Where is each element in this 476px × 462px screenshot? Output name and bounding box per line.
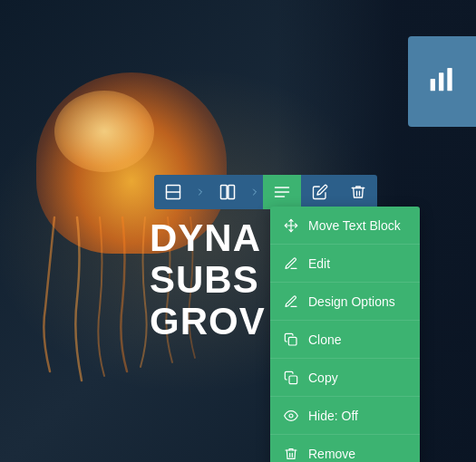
layout2-button[interactable] xyxy=(209,175,247,209)
menu-item-design-label: Design Options xyxy=(308,294,395,309)
arrow1-button[interactable] xyxy=(192,175,209,209)
edit-icon xyxy=(283,255,299,272)
remove-icon xyxy=(283,446,299,462)
svg-rect-1 xyxy=(439,72,443,91)
menu-item-hide-label: Hide: Off xyxy=(308,409,358,423)
svg-rect-6 xyxy=(228,186,235,199)
menu-item-clone[interactable]: Clone xyxy=(270,321,420,359)
svg-rect-12 xyxy=(288,337,296,345)
text-block-button[interactable] xyxy=(263,175,301,209)
toolbar xyxy=(154,175,377,209)
menu-item-copy-label: Copy xyxy=(308,371,338,385)
clone-icon xyxy=(283,332,299,348)
layout1-button[interactable] xyxy=(154,175,192,209)
menu-item-edit[interactable]: Edit xyxy=(270,245,420,283)
menu-item-remove-label: Remove xyxy=(308,447,355,461)
svg-point-14 xyxy=(289,414,293,418)
menu-item-clone-label: Clone xyxy=(308,332,342,347)
hero-line-1: DYNA xyxy=(150,217,266,259)
delete-button[interactable] xyxy=(339,175,377,209)
arrow2-button[interactable] xyxy=(247,175,263,209)
svg-rect-13 xyxy=(289,376,297,384)
menu-item-edit-label: Edit xyxy=(308,256,330,271)
hero-line-3: GROV xyxy=(150,301,266,342)
design-icon xyxy=(283,294,299,310)
svg-rect-2 xyxy=(447,68,452,91)
menu-item-copy[interactable]: Copy xyxy=(270,359,420,397)
eye-icon xyxy=(283,408,299,424)
bar-chart-icon xyxy=(428,64,457,100)
hero-text: DYNA SUBS GROV xyxy=(150,217,266,343)
move-icon xyxy=(283,217,299,234)
menu-item-move[interactable]: Move Text Block xyxy=(270,207,420,245)
stats-widget[interactable] xyxy=(408,36,476,127)
copy-icon xyxy=(283,370,299,386)
context-menu: Move Text Block Edit Design Options Clon… xyxy=(270,207,420,462)
svg-rect-0 xyxy=(430,79,434,91)
menu-item-move-label: Move Text Block xyxy=(308,218,401,233)
menu-item-remove[interactable]: Remove xyxy=(270,435,420,462)
edit-button[interactable] xyxy=(301,175,339,209)
svg-rect-5 xyxy=(221,186,228,199)
hero-line-2: SUBS xyxy=(150,259,266,301)
menu-item-design[interactable]: Design Options xyxy=(270,283,420,321)
menu-item-hide[interactable]: Hide: Off xyxy=(270,397,420,435)
